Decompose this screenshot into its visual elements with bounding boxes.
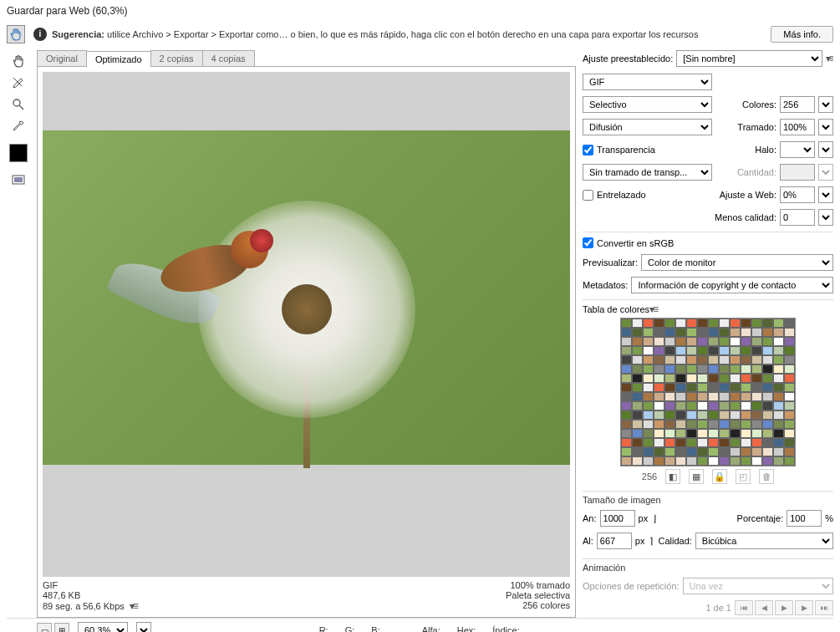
- zoom-select[interactable]: 60,3%: [78, 622, 128, 632]
- anim-first-icon: ⏮: [735, 600, 753, 615]
- ct-lock-icon: 🔒: [712, 469, 727, 484]
- foreground-color-swatch[interactable]: [9, 144, 28, 162]
- ct-cube-icon[interactable]: ◧: [665, 469, 680, 484]
- info-time: 89 seg. a 56,6 Kbps: [43, 601, 125, 611]
- dither-stepper[interactable]: [818, 119, 833, 135]
- tab-optimized[interactable]: Optimizado: [86, 51, 151, 67]
- info-format: GIF: [43, 580, 137, 590]
- readout-r: R:: [319, 625, 328, 632]
- hand-tool-icon-top[interactable]: [7, 25, 25, 43]
- ct-trash-icon: 🗑: [759, 469, 774, 484]
- color-count: 256: [642, 471, 657, 482]
- websnap-input[interactable]: [780, 186, 815, 203]
- color-table-title: Tabla de colores: [583, 304, 649, 314]
- anim-next-icon: ▶: [795, 600, 813, 615]
- format-select[interactable]: GIF: [583, 74, 712, 90]
- zoom-stepper[interactable]: [136, 622, 151, 632]
- slice-visibility-toggle[interactable]: [9, 171, 28, 189]
- animation-title: Animación: [583, 558, 833, 573]
- link-icon[interactable]: ⌋: [653, 513, 656, 524]
- color-table-grid[interactable]: [620, 318, 796, 466]
- transparency-checkbox[interactable]: [583, 145, 593, 155]
- colors-input[interactable]: [780, 96, 815, 113]
- amount-stepper: [818, 164, 833, 181]
- preset-label: Ajuste preestablecido:: [583, 54, 673, 64]
- tab-4up[interactable]: 4 copias: [202, 50, 255, 66]
- svg-rect-2: [14, 177, 23, 182]
- matte-label: Halo:: [755, 145, 776, 155]
- websnap-label: Ajuste a Web:: [720, 190, 776, 200]
- width-input[interactable]: [600, 510, 635, 527]
- ct-new-icon: ◰: [736, 469, 751, 484]
- interlaced-label: Entrelazado: [597, 190, 646, 200]
- readout-hex: Hex:: [457, 625, 476, 632]
- readout-g: G:: [345, 625, 355, 632]
- loop-select: Una vez: [683, 578, 833, 594]
- anim-play-icon: ▶: [775, 600, 793, 615]
- info-colors: 256 colores: [506, 600, 570, 610]
- preview-select[interactable]: Color de monitor: [641, 254, 833, 271]
- percent-input[interactable]: [787, 510, 822, 527]
- view-grid-icon[interactable]: ⊞: [54, 623, 69, 632]
- transparency-label: Transparencia: [597, 145, 655, 155]
- tab-2up[interactable]: 2 copias: [150, 50, 203, 66]
- height-input[interactable]: [597, 533, 632, 549]
- hand-tool[interactable]: [9, 52, 28, 70]
- anim-last-icon: ⏭: [815, 600, 833, 615]
- percent-unit: %: [825, 513, 833, 523]
- metadata-select[interactable]: Información de copyright y de contacto: [631, 277, 833, 293]
- reduction-select[interactable]: Selectivo: [583, 96, 712, 113]
- matte-select[interactable]: [780, 141, 815, 158]
- info-dither: 100% tramado: [506, 580, 570, 590]
- info-icon: i: [33, 28, 47, 41]
- dither-input[interactable]: [780, 119, 815, 135]
- download-speed-menu-icon[interactable]: ▾≡: [130, 600, 137, 612]
- more-info-button[interactable]: Más info.: [771, 26, 833, 43]
- websnap-stepper[interactable]: [818, 186, 833, 203]
- metadata-label: Metadatos:: [583, 280, 628, 290]
- tab-original[interactable]: Original: [37, 50, 87, 66]
- readout-index: Índice:: [492, 625, 519, 632]
- hint-text: Sugerencia: utilice Archivo > Exportar >…: [52, 29, 766, 39]
- width-label: An:: [583, 513, 597, 523]
- percent-label: Porcentaje:: [737, 513, 784, 523]
- srgb-checkbox[interactable]: [583, 237, 593, 248]
- amount-input: [780, 164, 815, 181]
- quality-select[interactable]: Bicúbica: [695, 533, 833, 549]
- colors-label: Colores:: [742, 99, 776, 110]
- height-label: Al:: [583, 536, 593, 546]
- lossy-stepper[interactable]: [818, 209, 833, 226]
- interlaced-checkbox[interactable]: [583, 190, 593, 201]
- amount-label: Cantidad:: [737, 167, 776, 177]
- matte-stepper[interactable]: [818, 141, 833, 158]
- info-palette: Paleta selectiva: [506, 590, 570, 600]
- svg-point-0: [13, 99, 20, 106]
- window-title: Guardar para Web (60,3%): [0, 0, 840, 22]
- eyedropper-tool[interactable]: [9, 117, 28, 135]
- readout-b: B:: [371, 625, 379, 632]
- anim-prev-icon: ◀: [755, 600, 773, 615]
- info-size: 487,6 KB: [43, 590, 137, 600]
- preset-menu-icon[interactable]: ▾≡: [826, 53, 833, 64]
- lossy-label: Menos calidad:: [715, 212, 776, 222]
- zoom-tool[interactable]: [9, 95, 28, 114]
- trans-dither-select[interactable]: Sin tramado de transp...: [583, 164, 712, 181]
- color-table-menu-icon[interactable]: ▾≡: [649, 303, 657, 315]
- colors-stepper[interactable]: [818, 96, 833, 113]
- ct-transparent-icon[interactable]: ▦: [689, 469, 704, 484]
- dither-method-select[interactable]: Difusión: [583, 119, 712, 135]
- view-single-icon[interactable]: ▭: [37, 623, 52, 632]
- srgb-label: Convertir en sRGB: [597, 238, 674, 248]
- px-label: px: [639, 513, 649, 523]
- dither-label: Tramado:: [737, 122, 776, 132]
- preview-label: Previsualizar:: [583, 257, 638, 268]
- image-size-title: Tamaño de imagen: [583, 491, 833, 505]
- lossy-input[interactable]: [780, 209, 815, 226]
- preview-image[interactable]: [43, 72, 570, 577]
- loop-label: Opciones de repetición:: [583, 581, 680, 591]
- preset-select[interactable]: [Sin nombre]: [676, 50, 822, 67]
- frame-info: 1 de 1: [705, 603, 731, 613]
- readout-alpha: Alfa:: [422, 625, 440, 632]
- quality-label: Calidad:: [658, 536, 691, 546]
- slice-tool[interactable]: [9, 74, 28, 92]
